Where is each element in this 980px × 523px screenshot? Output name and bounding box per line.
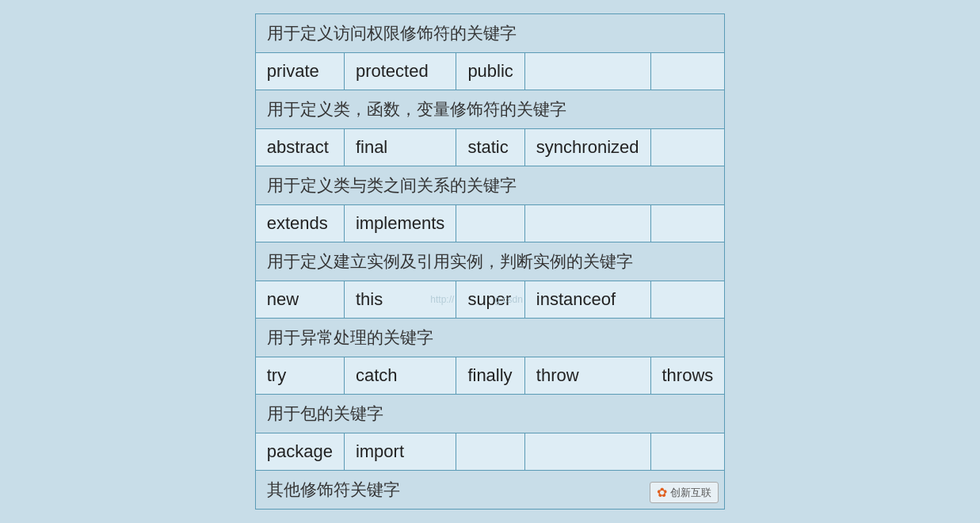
table-cell: new bbox=[255, 281, 344, 319]
section-header-2: 用于定义类与类之间关系的关键字 bbox=[255, 166, 725, 205]
table-cell: catch bbox=[344, 357, 456, 395]
table-row: newthishttp://superg.csdninstanceof bbox=[255, 281, 725, 319]
table-cell: superg.csdn bbox=[456, 281, 524, 319]
table-cell: private bbox=[255, 53, 344, 90]
table-cell bbox=[650, 129, 725, 166]
table-cell bbox=[524, 433, 650, 471]
table-row: abstractfinalstaticsynchronized bbox=[255, 129, 725, 166]
table-cell bbox=[650, 205, 725, 242]
section-header-3: 用于定义建立实例及引用实例，判断实例的关键字 bbox=[255, 242, 725, 281]
keywords-table: 用于定义访问权限修饰符的关键字privateprotectedpublic用于定… bbox=[255, 13, 726, 510]
table-cell: static bbox=[456, 129, 524, 166]
section-header-label-0: 用于定义访问权限修饰符的关键字 bbox=[255, 14, 725, 53]
table-cell: abstract bbox=[255, 129, 344, 166]
section-header-label-3: 用于定义建立实例及引用实例，判断实例的关键字 bbox=[255, 242, 725, 281]
section-header-1: 用于定义类，函数，变量修饰符的关键字 bbox=[255, 90, 725, 129]
table-cell bbox=[456, 433, 524, 471]
section-header-label-5: 用于包的关键字 bbox=[255, 395, 725, 433]
table-cell bbox=[524, 205, 650, 242]
table-cell: synchronized bbox=[524, 129, 650, 166]
table-row: extendsimplements bbox=[255, 205, 725, 242]
table-row: trycatchfinallythrowthrows bbox=[255, 357, 725, 395]
table-cell bbox=[456, 205, 524, 242]
section-header-label-1: 用于定义类，函数，变量修饰符的关键字 bbox=[255, 90, 725, 129]
table-cell: final bbox=[344, 129, 456, 166]
table-cell: throw bbox=[524, 357, 650, 395]
table-cell: implements bbox=[344, 205, 456, 242]
table-cell bbox=[524, 53, 650, 90]
table-cell: public bbox=[456, 53, 524, 90]
table-cell: throws bbox=[650, 357, 725, 395]
section-header-4: 用于异常处理的关键字 bbox=[255, 319, 725, 357]
table-cell: instanceof bbox=[524, 281, 650, 319]
logo-text: 创新互联 bbox=[670, 486, 711, 500]
table-cell bbox=[650, 53, 725, 90]
table-cell bbox=[650, 433, 725, 471]
section-header-label-2: 用于定义类与类之间关系的关键字 bbox=[255, 166, 725, 205]
table-cell: extends bbox=[255, 205, 344, 242]
table-cell: protected bbox=[344, 53, 456, 90]
table-cell: thishttp:// bbox=[344, 281, 456, 319]
logo-icon: ✿ bbox=[657, 485, 667, 500]
table-cell bbox=[650, 281, 725, 319]
section-header-label-4: 用于异常处理的关键字 bbox=[255, 319, 725, 357]
logo-badge: ✿ 创新互联 bbox=[650, 482, 719, 503]
table-cell: finally bbox=[456, 357, 524, 395]
table-cell: try bbox=[255, 357, 344, 395]
table-row: packageimport bbox=[255, 433, 725, 471]
table-row: privateprotectedpublic bbox=[255, 53, 725, 90]
table-cell: import bbox=[344, 433, 456, 471]
section-header-0: 用于定义访问权限修饰符的关键字 bbox=[255, 14, 725, 53]
section-header-5: 用于包的关键字 bbox=[255, 395, 725, 433]
table-cell: package bbox=[255, 433, 344, 471]
